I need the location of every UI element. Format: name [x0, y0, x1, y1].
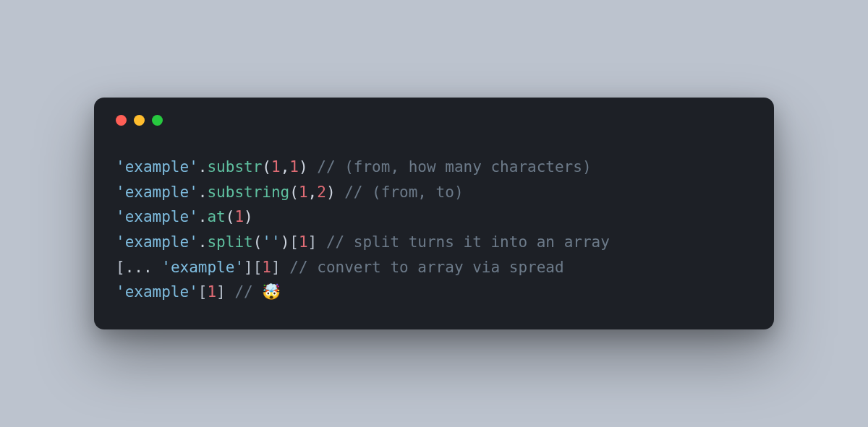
code-token: [226, 283, 235, 301]
stage: 'example'.substr(1,1) // (from, how many…: [0, 0, 868, 427]
code-token: [: [289, 233, 299, 251]
code-token: 'example': [116, 233, 198, 251]
code-token: 1: [234, 208, 244, 225]
code-token: [317, 233, 326, 251]
code-token: 'example': [116, 208, 198, 225]
code-token: 2: [317, 184, 326, 201]
code-token: 1: [207, 283, 216, 301]
code-line: 'example'.substring(1,2) // (from, to): [116, 184, 464, 201]
code-token: // convert to array via spread: [289, 259, 563, 276]
code-token: (: [289, 184, 299, 201]
code-token: // split turns it into an array: [326, 233, 610, 251]
code-token: (: [262, 158, 271, 176]
code-token: 1: [299, 184, 308, 201]
close-icon[interactable]: [116, 115, 127, 126]
code-token: ,: [308, 184, 318, 201]
code-token: 'example': [116, 184, 198, 201]
code-token: //: [234, 283, 262, 301]
code-token: 'example': [116, 158, 198, 176]
code-token: .: [198, 158, 208, 176]
code-token: ): [326, 184, 336, 201]
code-token: ]: [308, 233, 318, 251]
code-token: 1: [299, 233, 308, 251]
code-token: ,: [281, 158, 290, 176]
code-token: ): [281, 233, 290, 251]
code-token: 'example': [116, 283, 198, 301]
code-token: ...: [125, 259, 162, 276]
code-token: ]: [216, 283, 226, 301]
code-window: 'example'.substr(1,1) // (from, how many…: [94, 98, 774, 329]
code-token: ]: [271, 259, 281, 276]
code-token: [: [116, 259, 125, 276]
code-token: // (from, to): [344, 184, 463, 201]
code-token: 1: [271, 158, 281, 176]
code-line: 'example'.split('')[1] // split turns it…: [116, 233, 610, 251]
zoom-icon[interactable]: [152, 115, 163, 126]
code-token: [281, 259, 290, 276]
code-line: 'example'.at(1): [116, 208, 253, 225]
code-token: .: [198, 208, 208, 225]
code-token: [336, 184, 345, 201]
code-token: (: [226, 208, 235, 225]
code-token: .: [198, 184, 208, 201]
code-token: // (from, how many characters): [317, 158, 591, 176]
code-line: 'example'.substr(1,1) // (from, how many…: [116, 158, 592, 176]
window-controls: [116, 115, 752, 126]
code-token: 1: [289, 158, 299, 176]
code-token: ): [299, 158, 308, 176]
code-token: substring: [207, 184, 289, 201]
code-token: '': [262, 233, 280, 251]
minimize-icon[interactable]: [134, 115, 145, 126]
code-token: split: [207, 233, 252, 251]
code-token: at: [207, 208, 225, 225]
code-block: 'example'.substr(1,1) // (from, how many…: [116, 155, 752, 305]
code-token: ): [244, 208, 253, 225]
code-token: [308, 158, 318, 176]
code-token: 'example': [161, 259, 244, 276]
code-token: .: [198, 233, 208, 251]
code-line: 'example'[1] // 🤯: [116, 283, 281, 301]
code-token: (: [253, 233, 263, 251]
code-token: 🤯: [262, 283, 281, 301]
code-line: [... 'example'][1] // convert to array v…: [116, 259, 564, 276]
code-token: 1: [262, 259, 271, 276]
code-token: ]: [244, 259, 253, 276]
code-token: substr: [207, 158, 262, 176]
code-token: [: [198, 283, 208, 301]
code-token: [: [253, 259, 263, 276]
